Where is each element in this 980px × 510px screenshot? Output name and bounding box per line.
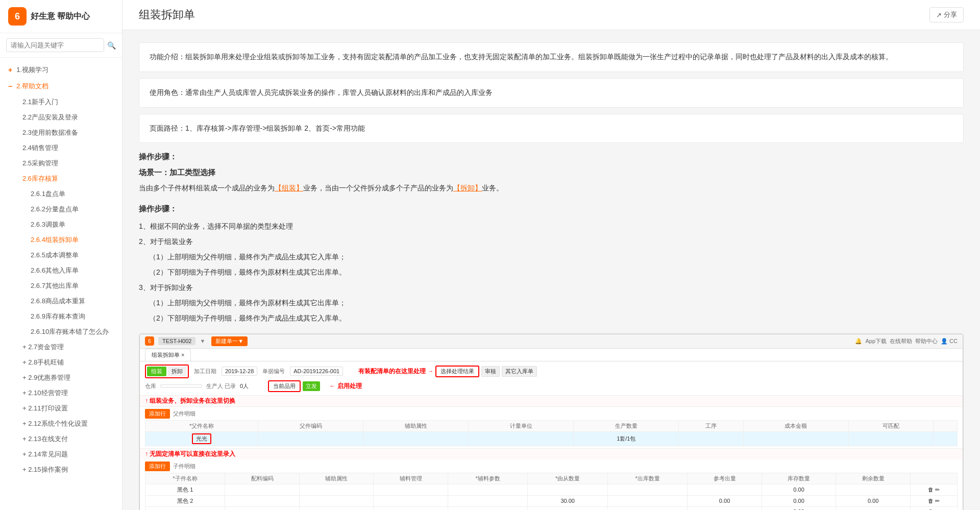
lower-col-6: *由从数量 [528, 473, 607, 484]
share-icon: ↗ [936, 11, 942, 19]
expand-icon-2: − [8, 82, 12, 90]
sidebar-item-2-6-3[interactable]: 2.6.3调拨单 [22, 217, 122, 232]
app-logo: 6 [145, 336, 154, 346]
main-header: 组装拆卸单 ↗ 分享 [122, 0, 980, 30]
upper-col-8: 可匹配 [848, 420, 933, 431]
sidebar-item-2-6-5[interactable]: 2.6.5成本调整单 [22, 248, 122, 263]
page-title: 组装拆卸单 [139, 7, 195, 22]
app-top-right: 🔔 App下载 在线帮助 帮助中心 👤 CC [855, 337, 958, 345]
lower-col-1: *子件名称 [145, 473, 225, 484]
step-2: 2、对于组装业务 [139, 234, 964, 249]
upper-col-4: 计量单位 [469, 420, 574, 431]
type-btn-disassembly[interactable]: 拆卸 [167, 367, 187, 376]
search-input[interactable] [6, 38, 104, 52]
sidebar-item-1[interactable]: + 1.视频学习 [0, 62, 122, 78]
upper-cell-match [848, 431, 933, 446]
sidebar-item-2-5[interactable]: 2.5采购管理 [14, 156, 122, 171]
annotation1-text: 有装配清单的在这里处理 [358, 367, 426, 376]
expand-icon-1: + [8, 66, 12, 74]
process-btn-text: 选择处理结果 [440, 368, 474, 374]
sidebar-item-2-4[interactable]: 2.4销售管理 [14, 140, 122, 156]
sidebar-item-2-13[interactable]: + 2.13在线支付 [14, 431, 122, 447]
type-btn-assembly[interactable]: 组装 [147, 367, 166, 376]
app-icon-app: App下载 [865, 337, 887, 345]
upper-table-section: 添加行 父件明细 *父件名称 父件编码 辅助属性 计量单位 生产数量 [140, 407, 963, 448]
steps-list: 1、根据不同的业务，选择不同单据的类型来处理 2、对于组装业务 （1）上部明细为… [139, 219, 964, 325]
upper-cell-name: 光光 [145, 431, 258, 446]
sidebar-item-2-11[interactable]: + 2.11打印设置 [14, 401, 122, 416]
assembly-link[interactable]: 【组装】 [275, 184, 303, 192]
type-selector-wrapper: 组装 拆卸 [145, 365, 189, 378]
app-icon-center: 帮助中心 [915, 337, 938, 345]
lower-col-8: 参考出量 [688, 473, 762, 484]
sidebar-item-2-1[interactable]: 2.1新手入门 [14, 94, 122, 110]
sidebar-item-2-6-4[interactable]: 2.6.4组装拆卸单 [22, 232, 122, 248]
warehouse-value [160, 384, 202, 387]
app-new-order-btn[interactable]: 新建单一▼ [211, 336, 248, 346]
sidebar-item-2-6[interactable]: 2.6库存核算 [14, 171, 122, 186]
upper-col-7: 成本金额 [743, 420, 848, 431]
sidebar-item-2-12[interactable]: + 2.12系统个性化设置 [14, 416, 122, 431]
upper-cell-unit [469, 431, 574, 446]
path-text: 页面路径：1、库存核算->库存管理->组装拆卸单 2、首页->常用功能 [150, 124, 365, 132]
app-doc-header: 组装 拆卸 加工日期 2019-12-28 单据编号 AD-20191226-0… [140, 361, 963, 396]
annotation4-bar: ↑ 无固定清单可以直接在这里录入 [140, 448, 963, 459]
logo-icon: 6 [8, 7, 27, 26]
approve-btn[interactable]: 审核 [481, 366, 500, 377]
main-content: 组装拆卸单 ↗ 分享 功能介绍：组装拆卸单用来处理企业组装或拆卸等加工业务，支持… [122, 0, 980, 510]
steps-title: 操作步骤： [139, 204, 964, 214]
upper-cell-attr [363, 431, 469, 446]
step-2-1: （1）上部明细为父件明细，最终作为产成品生成其它入库单； [139, 250, 964, 264]
step-2-2: （2）下部明细为子件明细，最终作为原材料生成其它出库单。 [139, 265, 964, 279]
upper-cell-cost [743, 431, 848, 446]
app-icon-flag: 🔔 [855, 338, 862, 345]
disassembly-link[interactable]: 【拆卸】 [453, 184, 482, 192]
sidebar-item-2-15[interactable]: + 2.15操作案例 [14, 462, 122, 477]
upper-col-5: 生产数量 [574, 420, 679, 431]
content-area: 功能介绍：组装拆卸单用来处理企业组装或拆卸等加工业务，支持有固定装配清单的产品加… [122, 30, 980, 510]
app-company: TEST-H002 [158, 337, 195, 345]
upper-cell-code [258, 431, 363, 446]
app-icon-help: 在线帮助 [890, 337, 912, 345]
annotation2-text: ↑ 组装业务、拆卸业务在这里切换 [145, 397, 235, 404]
process-btn-highlighted[interactable]: 选择处理结果 [435, 366, 479, 377]
search-button[interactable]: 🔍 [107, 41, 116, 50]
sidebar-item-2-6-2[interactable]: 2.6.2分量盘点单 [22, 202, 122, 217]
save-confirm-btn[interactable]: 立发 [303, 381, 320, 391]
add-row-btn-lower[interactable]: 添加行 [145, 462, 170, 471]
operations-title: 操作步骤： [139, 152, 964, 162]
lower-col-7: *出库数量 [607, 473, 687, 484]
app-tabs: 组装拆卸单 × [140, 349, 963, 361]
sidebar-item-2-6-10[interactable]: 2.6.10库存账本错了怎么办 [22, 324, 122, 339]
lower-col-5: *辅料参数 [448, 473, 527, 484]
info-block-path: 页面路径：1、库存核算->库存管理->组装拆卸单 2、首页->常用功能 [139, 114, 964, 143]
sidebar-item-2-6-9[interactable]: 2.6.9库存账本查询 [22, 309, 122, 324]
sidebar-item-2-3[interactable]: 2.3使用前数据准备 [14, 125, 122, 140]
enable-btn[interactable]: 当前品用 [268, 380, 301, 392]
add-row-btn[interactable]: 添加行 [145, 409, 170, 419]
warehouse-label: 仓库 [145, 382, 156, 390]
sidebar-item-2-6-6[interactable]: 2.6.6其他入库单 [22, 263, 122, 278]
upper-cell-process [679, 431, 743, 446]
lower-table-section: 添加行 子件明细 *子件名称 配料编码 辅助属性 辅料管理 *辅料参数 [140, 459, 963, 510]
share-button[interactable]: ↗ 分享 [929, 7, 964, 22]
lower-col-10: 剩余数量 [836, 473, 911, 484]
lower-col-11 [910, 473, 957, 484]
upper-table-toolbar: 添加行 父件明细 [145, 409, 958, 419]
sidebar-item-2-2[interactable]: 2.2产品安装及登录 [14, 110, 122, 125]
sidebar-item-2-6-1[interactable]: 2.6.1盘点单 [22, 186, 122, 202]
sidebar-item-2-7[interactable]: + 2.7资金管理 [14, 339, 122, 355]
lower-col-4: 辅料管理 [374, 473, 448, 484]
sidebar-item-2-10[interactable]: + 2.10经营管理 [14, 385, 122, 401]
app-tab-active[interactable]: 组装拆卸单 × [145, 349, 191, 361]
step-3: 3、对于拆卸业务 [139, 280, 964, 295]
lower-table-label: 子件明细 [173, 463, 195, 470]
sidebar-item-2-6-8[interactable]: 2.6.8商品成本重算 [22, 294, 122, 309]
sidebar-item-2[interactable]: − 2.帮助文档 2.1新手入门 2.2产品安装及登录 2.3使用前数据准备 2… [0, 78, 122, 477]
sidebar-item-2-6-7[interactable]: 2.6.7其他出库单 [22, 278, 122, 294]
upper-table-label: 父件明细 [173, 410, 195, 418]
sidebar-item-2-9[interactable]: + 2.9优惠券管理 [14, 370, 122, 385]
sidebar-item-2-8[interactable]: + 2.8手机旺铺 [14, 355, 122, 370]
other-in-btn[interactable]: 其它入库单 [502, 366, 537, 377]
sidebar-item-2-14[interactable]: + 2.14常见问题 [14, 447, 122, 462]
